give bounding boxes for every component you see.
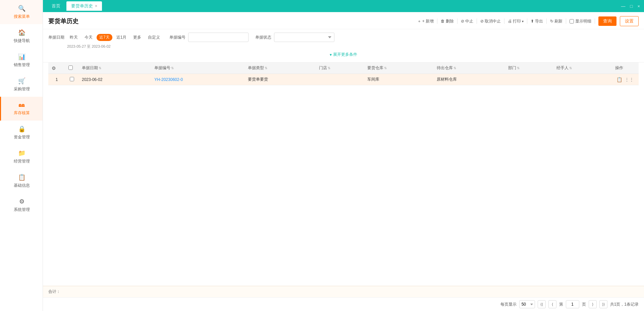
sidebar-item-search[interactable]: 🔍 搜索菜单 bbox=[0, 0, 43, 24]
display-detail-checkbox[interactable] bbox=[570, 19, 574, 24]
row-type: 要货单要货 bbox=[245, 74, 316, 85]
page-title: 要货单历史 bbox=[48, 17, 78, 25]
column-store[interactable]: 门店⇅ bbox=[316, 62, 364, 74]
sidebar-item-system[interactable]: ⚙ 系统管理 bbox=[0, 193, 43, 217]
filter-area: 单据日期 昨天 今天 近7天 近1月 更多 自定义 单据编号 单据状态 bbox=[43, 29, 644, 62]
select-all-checkbox[interactable] bbox=[68, 65, 73, 70]
data-table: ⚙ 单据日期⇅ 单据编号⇅ 单据类型⇅ 门店⇅ 要货仓库⇅ 待出仓库⇅ 部门⇅ … bbox=[48, 62, 639, 85]
row-req-warehouse: 车间库 bbox=[364, 74, 433, 85]
divider-1 bbox=[437, 18, 437, 24]
cancel-stop-button[interactable]: ⊘ 取消中止 bbox=[480, 18, 501, 24]
export-button[interactable]: ⬆ 导出 bbox=[531, 18, 543, 24]
window-close-button[interactable]: × bbox=[637, 4, 640, 9]
chip-today[interactable]: 今天 bbox=[82, 34, 95, 41]
total-pages-info: 共1页，1条记录 bbox=[610, 302, 639, 307]
column-type[interactable]: 单据类型⇅ bbox=[245, 62, 316, 74]
divider-6 bbox=[546, 18, 547, 24]
maximize-button[interactable]: □ bbox=[630, 4, 633, 9]
chip-yesterday[interactable]: 昨天 bbox=[67, 34, 80, 41]
pagination-area: 每页显示 50 10 20 100 ⟨⟨ ⟨ 第 页 ⟩ ⟩⟩ 共1页，1条记录 bbox=[43, 297, 644, 311]
table-area: ⚙ 单据日期⇅ 单据编号⇅ 单据类型⇅ 门店⇅ 要货仓库⇅ 待出仓库⇅ 部门⇅ … bbox=[43, 62, 644, 286]
tab-close-button[interactable]: × bbox=[95, 4, 97, 8]
date-range-display: 2023-05-27 至 2023-06-02 bbox=[67, 44, 639, 49]
display-detail-toggle[interactable]: 显示明细 bbox=[570, 18, 591, 24]
page-word: 第 bbox=[559, 302, 563, 307]
column-req-warehouse[interactable]: 要货仓库⇅ bbox=[364, 62, 433, 74]
sort-req-icon: ⇅ bbox=[384, 66, 387, 70]
chip-custom[interactable]: 自定义 bbox=[145, 34, 163, 41]
table-footer: 合计： bbox=[43, 286, 644, 297]
row-more-icon[interactable]: ⋮⋮ bbox=[625, 77, 634, 82]
print-icon: 🖨 bbox=[508, 19, 512, 24]
sort-pending-icon: ⇅ bbox=[453, 66, 456, 70]
inventory-icon: 🏘 bbox=[19, 101, 25, 108]
prev-page-button[interactable]: ⟨ bbox=[548, 300, 556, 308]
row-pending-warehouse: 原材料仓库 bbox=[433, 74, 505, 85]
sidebar-item-sales[interactable]: 📊 销售管理 bbox=[0, 48, 43, 73]
sidebar-item-finance[interactable]: 🔒 资金管理 bbox=[0, 121, 43, 145]
stop-icon: ⊘ bbox=[461, 19, 464, 24]
per-page-select[interactable]: 50 10 20 100 bbox=[519, 300, 535, 308]
column-department[interactable]: 部门⇅ bbox=[505, 62, 553, 74]
docnum-filter-label: 单据编号 bbox=[169, 35, 185, 40]
chip-more[interactable]: 更多 bbox=[130, 34, 144, 41]
cancel-stop-icon: ⊘ bbox=[480, 19, 484, 24]
export-icon: ⬆ bbox=[531, 19, 534, 24]
last-page-button[interactable]: ⟩⟩ bbox=[599, 300, 607, 308]
operations-icon: 📁 bbox=[18, 149, 25, 157]
column-checkbox bbox=[65, 62, 78, 74]
expand-more-icon: ▾ bbox=[330, 52, 332, 57]
purchase-icon: 🛒 bbox=[18, 77, 25, 85]
topbar: 首页 要货单历史 × — □ × bbox=[43, 0, 644, 12]
column-pending-warehouse[interactable]: 待出仓库⇅ bbox=[433, 62, 505, 74]
column-date[interactable]: 单据日期⇅ bbox=[78, 62, 151, 74]
search-button[interactable]: 查询 bbox=[598, 16, 616, 26]
docnum-input[interactable] bbox=[188, 33, 249, 42]
date-filter-label: 单据日期 bbox=[48, 35, 64, 40]
filter-docnum-item: 单据编号 bbox=[169, 33, 249, 42]
divider-5 bbox=[527, 18, 527, 24]
chip-1month[interactable]: 近1月 bbox=[114, 34, 129, 41]
page-header: 要货单历史 ＋ + 新增 🗑 删除 ⊘ 中止 ⊘ bbox=[43, 12, 644, 29]
stop-button[interactable]: ⊘ 中止 bbox=[461, 18, 473, 24]
sidebar-item-inventory[interactable]: 🏘 库存核算 bbox=[0, 97, 43, 121]
first-page-button[interactable]: ⟨⟨ bbox=[538, 300, 546, 308]
expand-more-button[interactable]: ▾ 展开更多条件 bbox=[48, 50, 639, 59]
refresh-button[interactable]: ↻ 刷新 bbox=[550, 18, 562, 24]
settings-button[interactable]: 设置 bbox=[620, 16, 639, 26]
minimize-button[interactable]: — bbox=[621, 4, 626, 9]
search-menu-icon: 🔍 bbox=[18, 5, 25, 12]
print-button[interactable]: 🖨 打印 ▾ bbox=[508, 18, 524, 24]
tab-home[interactable]: 首页 bbox=[47, 1, 65, 11]
status-select[interactable] bbox=[274, 33, 334, 42]
sidebar-item-purchase[interactable]: 🛒 采购管理 bbox=[0, 73, 43, 97]
sidebar-item-operations[interactable]: 📁 经营管理 bbox=[0, 145, 43, 169]
divider-8 bbox=[595, 18, 595, 24]
column-handler[interactable]: 经手人⇅ bbox=[553, 62, 612, 74]
add-button[interactable]: ＋ + 新增 bbox=[417, 18, 434, 24]
next-page-button[interactable]: ⟩ bbox=[589, 300, 597, 308]
system-icon: ⚙ bbox=[19, 198, 24, 205]
toolbar: ＋ + 新增 🗑 删除 ⊘ 中止 ⊘ 取消中止 bbox=[417, 16, 639, 26]
chip-7days[interactable]: 近7天 bbox=[97, 34, 112, 41]
total-label: 合计： bbox=[48, 289, 60, 295]
column-settings[interactable]: ⚙ bbox=[48, 62, 65, 74]
date-chips: 昨天 今天 近7天 近1月 更多 自定义 bbox=[67, 34, 163, 41]
divider-7 bbox=[566, 18, 566, 24]
row-index: 1 bbox=[48, 74, 65, 85]
row-edit-icon[interactable]: 📋 bbox=[616, 77, 622, 82]
sort-handler-icon: ⇅ bbox=[569, 66, 572, 70]
tab-current[interactable]: 要货单历史 × bbox=[66, 1, 102, 11]
column-number[interactable]: 单据编号⇅ bbox=[151, 62, 244, 74]
page-number-input[interactable] bbox=[566, 300, 579, 308]
sidebar-item-quick-nav[interactable]: 🏠 快捷导航 bbox=[0, 24, 43, 48]
row-checkbox[interactable] bbox=[70, 77, 74, 81]
page-label: 页 bbox=[582, 302, 586, 307]
sort-dept-icon: ⇅ bbox=[517, 66, 520, 70]
status-filter-label: 单据状态 bbox=[255, 35, 271, 40]
row-date: 2023-06-02 bbox=[78, 74, 151, 85]
delete-button[interactable]: 🗑 删除 bbox=[441, 18, 454, 24]
row-number-link[interactable]: YH-20230602-0 bbox=[154, 77, 183, 82]
basic-info-icon: 📋 bbox=[18, 174, 25, 181]
sidebar-item-basic-info[interactable]: 📋 基础信息 bbox=[0, 169, 43, 193]
